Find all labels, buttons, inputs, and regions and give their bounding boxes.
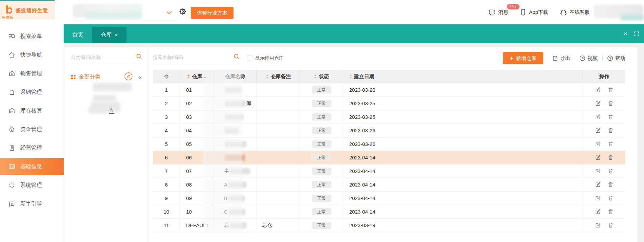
row-index: 7: [153, 164, 180, 178]
delete-icon[interactable]: [608, 209, 614, 215]
edit-icon[interactable]: [595, 209, 601, 215]
table-row[interactable]: 3 03 正常 2023-03-25: [153, 110, 625, 124]
table-row[interactable]: 6 06 正常 2023-04-14: [153, 151, 625, 164]
row-index: 1: [153, 83, 180, 96]
header-name[interactable]: 仓库名称: [214, 70, 257, 83]
category-item-redacted[interactable]: [93, 95, 116, 102]
inventory-icon: [8, 107, 15, 114]
delete-icon[interactable]: [608, 141, 614, 147]
close-all-icon[interactable]: ×: [624, 30, 627, 37]
edit-icon[interactable]: [595, 101, 601, 107]
sidebar-item-inventory[interactable]: 库存核算: [0, 102, 64, 119]
business-icon: [8, 145, 15, 151]
add-warehouse-button[interactable]: + 新增仓库: [503, 52, 543, 64]
sort-icon[interactable]: [187, 74, 190, 79]
fullscreen-icon[interactable]: [634, 31, 639, 37]
all-categories-row[interactable]: 全部分类 «: [71, 72, 142, 82]
sales-icon: $: [8, 70, 15, 77]
table-row[interactable]: 9 09 B 正常 2023-04-14: [153, 192, 625, 205]
delete-icon[interactable]: [608, 195, 614, 201]
show-disabled-toggle[interactable]: 显示停用仓库: [247, 55, 284, 61]
grid-icon: [71, 75, 75, 79]
table-row[interactable]: 5 05 正常 2023-03-26: [153, 137, 625, 151]
category-item-redacted[interactable]: [93, 83, 132, 91]
table-row[interactable]: 2 02 库 正常 2023-03-25: [153, 97, 625, 110]
edit-icon[interactable]: [595, 182, 601, 188]
table-row[interactable]: 7 07 半 正常 2023-04-14: [153, 164, 625, 178]
delete-icon[interactable]: [608, 128, 614, 134]
top-bar: b 畅捷通好生意 标准版 体验行业方案 消息 99 + App下载 在线客服: [0, 0, 644, 24]
sidebar-item-funds[interactable]: ¥ 资金管理: [0, 121, 64, 138]
sort-icon[interactable]: [349, 74, 352, 79]
gear-icon[interactable]: [163, 74, 169, 80]
sidebar-item-label: 采购管理: [20, 89, 42, 96]
delete-icon[interactable]: [608, 155, 614, 161]
delete-icon[interactable]: [608, 101, 614, 107]
name-redacted-blob: [225, 114, 243, 120]
export-button[interactable]: 导出: [552, 55, 570, 62]
all-categories-label: 全部分类: [79, 73, 101, 81]
cell-date: 2023-04-14: [343, 178, 583, 191]
tab-close-icon[interactable]: ×: [115, 32, 118, 38]
header-remark[interactable]: 仓库备注: [257, 70, 300, 83]
edit-icon[interactable]: [595, 155, 601, 161]
tab-home[interactable]: 首页: [64, 27, 92, 43]
delete-icon[interactable]: [608, 87, 614, 93]
messages-item[interactable]: 消息 99 +: [488, 8, 508, 16]
sidebar-item-label: 新手引导: [20, 200, 42, 207]
search-icon[interactable]: [234, 53, 240, 61]
collapse-panel-icon[interactable]: «: [138, 74, 142, 80]
header-status[interactable]: 状态: [300, 70, 343, 83]
sidebar-item-basic-info[interactable]: 基础信息: [0, 158, 64, 175]
header-ops: 操作: [583, 70, 625, 83]
sidebar-item-system[interactable]: 系统管理: [0, 177, 64, 194]
help-button[interactable]: 帮助: [607, 55, 625, 62]
name-redacted-blob: [228, 182, 247, 188]
edit-icon[interactable]: [595, 168, 601, 174]
category-item-redacted[interactable]: [88, 108, 108, 113]
status-badge: 正常: [312, 208, 331, 215]
settings-gear-icon[interactable]: [179, 7, 187, 16]
sidebar-item-sales[interactable]: $ 销售管理: [0, 65, 64, 82]
show-disabled-checkbox[interactable]: [247, 56, 252, 61]
video-button[interactable]: 视频: [579, 55, 598, 62]
delete-icon[interactable]: [608, 114, 614, 120]
table-row[interactable]: 1 01 正常 2023-03-20: [153, 83, 625, 97]
delete-icon[interactable]: [608, 182, 614, 188]
edit-icon[interactable]: [595, 141, 601, 147]
sidebar-item-purchase[interactable]: 采购管理: [0, 84, 64, 101]
table-row[interactable]: 4 04 正常 2023-03-26: [153, 124, 625, 137]
edit-icon[interactable]: [595, 128, 601, 134]
svg-text:¥: ¥: [10, 128, 13, 132]
app-download-label: App下载: [529, 9, 548, 16]
table-row[interactable]: 11 DEFAULT 总 总仓 正常 2023-03-19: [153, 219, 625, 232]
edit-icon[interactable]: [595, 114, 601, 120]
delete-icon[interactable]: [608, 168, 614, 174]
sidebar-item-business[interactable]: 经营管理: [0, 139, 64, 156]
edit-icon[interactable]: [595, 222, 601, 228]
edit-categories-icon[interactable]: [124, 72, 133, 82]
header-date[interactable]: 建立日期: [343, 70, 583, 83]
category-item-partial-text[interactable]: 库: [109, 107, 114, 114]
column-settings-header[interactable]: [153, 70, 180, 83]
sort-icon[interactable]: [266, 74, 269, 79]
category-search-input[interactable]: [71, 54, 136, 60]
sidebar-item-guide[interactable]: 新 新手引导: [0, 195, 64, 212]
table-row[interactable]: 10 10 C 正常 2023-04-14: [153, 205, 625, 219]
cell-code: 06: [180, 151, 214, 164]
online-service-item[interactable]: 在线客服: [560, 8, 590, 16]
sidebar-item-search-menu[interactable]: 搜索菜单: [0, 28, 64, 45]
experience-solution-button[interactable]: 体验行业方案: [191, 7, 234, 19]
app-download-item[interactable]: App下载: [520, 8, 548, 16]
warehouse-search-input[interactable]: [153, 54, 234, 60]
edit-icon[interactable]: [595, 195, 601, 201]
tab-warehouse[interactable]: 仓库 ×: [92, 27, 127, 43]
search-icon[interactable]: [136, 53, 142, 61]
edit-icon[interactable]: [595, 87, 601, 93]
delete-icon[interactable]: [608, 222, 614, 228]
sidebar-item-quick-nav[interactable]: 快捷导航: [0, 46, 64, 63]
table-row[interactable]: 8 08 A 正常 2023-04-14: [153, 178, 625, 192]
sort-icon[interactable]: [314, 74, 317, 79]
header-code[interactable]: 仓库...: [180, 70, 214, 83]
chevron-down-icon[interactable]: [166, 9, 172, 16]
